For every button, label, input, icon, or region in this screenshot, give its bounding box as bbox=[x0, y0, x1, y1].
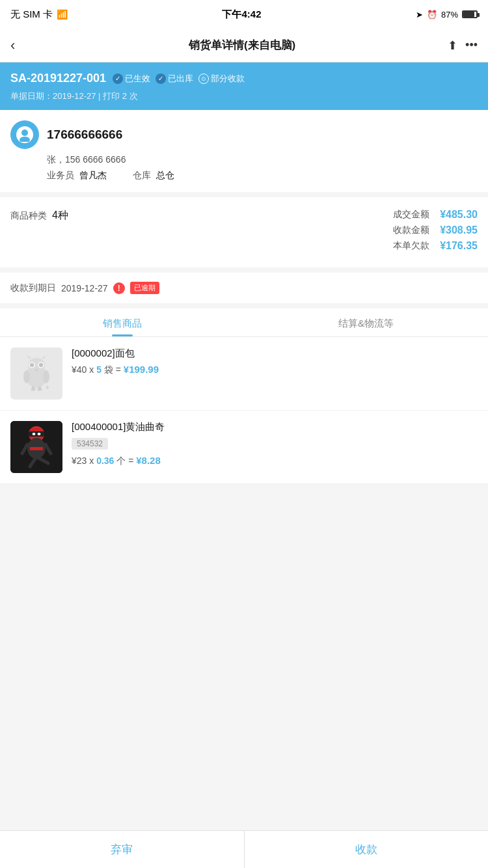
svg-point-12 bbox=[43, 370, 49, 383]
deal-amount: ¥485.30 bbox=[440, 209, 478, 221]
salesperson-label: 业务员 bbox=[47, 170, 74, 182]
receipt-label: 收款金额 bbox=[393, 224, 429, 236]
receipt-amount: ¥308.95 bbox=[440, 224, 478, 236]
alarm-icon: ⏰ bbox=[427, 10, 437, 20]
product-price-1: ¥40 x 5 袋 = ¥199.99 bbox=[72, 364, 478, 376]
svg-point-24 bbox=[33, 433, 36, 435]
product-info-2: [000400001]黄油曲奇 534532 ¥23 x 0.36 个 = ¥8… bbox=[72, 421, 478, 473]
bottom-bar: 弃审 收款 bbox=[0, 830, 488, 868]
svg-point-1 bbox=[20, 137, 30, 142]
product-item-2: [000400001]黄油曲奇 534532 ¥23 x 0.36 个 = ¥8… bbox=[0, 411, 488, 484]
share-icon[interactable]: ⬆ bbox=[448, 38, 457, 53]
status-right: ➤ ⏰ 87% bbox=[416, 10, 478, 20]
tabs-section: 销售商品 结算&物流等 bbox=[0, 308, 488, 337]
avatar bbox=[10, 120, 39, 149]
overdue-warning-icon: ! bbox=[113, 282, 125, 294]
svg-rect-31 bbox=[30, 447, 43, 450]
page-title: 销货单详情(来自电脑) bbox=[189, 38, 295, 53]
overdue-date: 2019-12-27 bbox=[61, 283, 108, 293]
carrier-text: 无 SIM 卡 bbox=[10, 8, 53, 21]
products-section: + [0000002]面包 ¥40 x 5 袋 = ¥199.99 bbox=[0, 337, 488, 484]
salesperson-value: 曾凡杰 bbox=[79, 170, 107, 182]
warehouse-label: 仓库 bbox=[133, 170, 151, 182]
check-icon-2: ✓ bbox=[156, 74, 166, 84]
product-thumb-1: + bbox=[10, 347, 62, 400]
product-image-2 bbox=[10, 421, 62, 473]
customer-meta: 业务员 曾凡杰 仓库 总仓 bbox=[47, 170, 478, 182]
more-icon[interactable]: ••• bbox=[465, 38, 478, 52]
svg-point-11 bbox=[23, 370, 30, 383]
svg-rect-23 bbox=[29, 431, 44, 437]
battery-text: 87% bbox=[441, 10, 458, 20]
badge-effective: ✓ 已生效 bbox=[113, 73, 150, 85]
debt-label: 本单欠款 bbox=[393, 240, 429, 252]
order-id: SA-20191227-001 bbox=[10, 72, 106, 85]
customer-row: 17666666666 bbox=[10, 120, 478, 149]
customer-name: 17666666666 bbox=[47, 128, 122, 142]
check-icon-1: ✓ bbox=[113, 74, 123, 84]
debt-row: 本单欠款 ¥176.35 bbox=[393, 240, 478, 252]
warehouse-meta: 仓库 总仓 bbox=[133, 170, 174, 182]
status-time: 下午4:42 bbox=[222, 8, 261, 21]
badge-shipped: ✓ 已出库 bbox=[156, 73, 193, 85]
customer-detail: 张，156 6666 6666 bbox=[47, 154, 478, 166]
status-bar: 无 SIM 卡 📶 下午4:42 ➤ ⏰ 87% bbox=[0, 0, 488, 29]
svg-text:+: + bbox=[46, 384, 49, 391]
svg-point-7 bbox=[39, 363, 43, 367]
svg-point-0 bbox=[21, 129, 28, 136]
status-badges: ✓ 已生效 ✓ 已出库 ⊙ 部分收款 bbox=[113, 73, 245, 85]
order-header: SA-20191227-001 ✓ 已生效 ✓ 已出库 ⊙ 部分收款 单据日期：… bbox=[0, 62, 488, 110]
receipt-row: 收款金额 ¥308.95 bbox=[393, 224, 478, 236]
order-date: 单据日期：2019-12-27 | 打印 2 次 bbox=[10, 90, 478, 102]
cancel-button[interactable]: 弃审 bbox=[0, 831, 245, 868]
header-row1: SA-20191227-001 ✓ 已生效 ✓ 已出库 ⊙ 部分收款 bbox=[10, 72, 478, 85]
svg-point-6 bbox=[30, 363, 34, 367]
category-value: 4种 bbox=[52, 210, 68, 221]
avatar-icon bbox=[16, 126, 33, 143]
battery-bar bbox=[462, 10, 478, 18]
back-button[interactable]: ‹ bbox=[10, 37, 36, 54]
badge-partial: ⊙ 部分收款 bbox=[198, 73, 245, 85]
tab-sales[interactable]: 销售商品 bbox=[0, 308, 244, 336]
product-total-2: ¥8.28 bbox=[136, 455, 161, 466]
product-qty-1: 5 bbox=[96, 364, 102, 375]
overdue-badge: 已逾期 bbox=[130, 282, 159, 294]
overdue-section: 收款到期日 2019-12-27 ! 已逾期 bbox=[0, 273, 488, 303]
deal-row: 成交金额 ¥485.30 bbox=[393, 209, 478, 221]
battery-fill bbox=[463, 12, 474, 17]
salesperson-meta: 业务员 曾凡杰 bbox=[47, 170, 107, 182]
product-total-1: ¥199.99 bbox=[124, 364, 159, 375]
wifi-icon: 📶 bbox=[57, 9, 68, 20]
svg-marker-9 bbox=[27, 355, 31, 359]
svg-marker-10 bbox=[42, 355, 46, 359]
product-thumb-2 bbox=[10, 421, 62, 473]
product-price-2: ¥23 x 0.36 个 = ¥8.28 bbox=[72, 455, 478, 467]
product-name-2: [000400001]黄油曲奇 bbox=[72, 421, 478, 433]
location-icon: ➤ bbox=[416, 10, 423, 20]
category-label: 商品种类 bbox=[10, 210, 47, 221]
product-image-1: + bbox=[17, 354, 56, 393]
product-tag-2: 534532 bbox=[72, 438, 108, 450]
customer-section: 17666666666 张，156 6666 6666 业务员 曾凡杰 仓库 总… bbox=[0, 110, 488, 192]
stats-section: 商品种类 4种 成交金额 ¥485.30 收款金额 ¥308.95 本单欠款 ¥… bbox=[0, 197, 488, 267]
deal-label: 成交金额 bbox=[393, 209, 429, 221]
product-name-1: [0000002]面包 bbox=[72, 347, 478, 360]
svg-point-25 bbox=[38, 433, 41, 435]
status-left: 无 SIM 卡 📶 bbox=[10, 8, 68, 21]
nav-bar: ‹ 销货单详情(来自电脑) ⬆ ••• bbox=[0, 29, 488, 62]
stats-right: 成交金额 ¥485.30 收款金额 ¥308.95 本单欠款 ¥176.35 bbox=[393, 209, 478, 256]
product-info-1: [0000002]面包 ¥40 x 5 袋 = ¥199.99 bbox=[72, 347, 478, 400]
tab-billing[interactable]: 结算&物流等 bbox=[244, 308, 488, 336]
product-qty-2: 0.36 bbox=[96, 455, 114, 466]
product-item-1: + [0000002]面包 ¥40 x 5 袋 = ¥199.99 bbox=[0, 337, 488, 411]
nav-right-icons: ⬆ ••• bbox=[448, 38, 478, 53]
debt-amount: ¥176.35 bbox=[440, 240, 478, 252]
overdue-label: 收款到期日 bbox=[10, 282, 56, 294]
stats-left: 商品种类 4种 bbox=[10, 209, 68, 223]
confirm-button[interactable]: 收款 bbox=[245, 831, 489, 868]
warehouse-value: 总仓 bbox=[156, 170, 174, 182]
clock-icon: ⊙ bbox=[198, 74, 209, 84]
